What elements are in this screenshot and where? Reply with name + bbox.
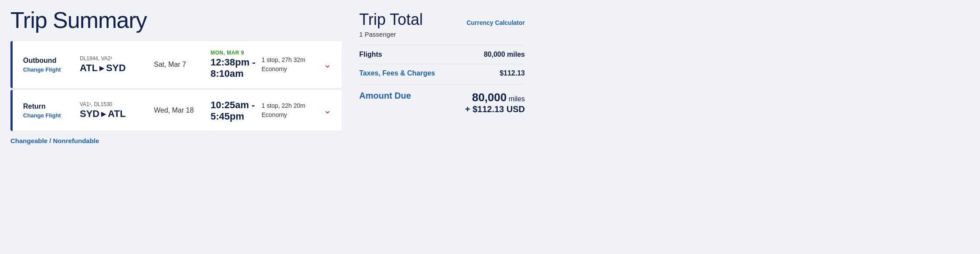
flights-label: Flights <box>359 51 382 58</box>
return-type: Return <box>23 103 80 110</box>
return-change-flight[interactable]: Change Flight <box>23 112 80 119</box>
outbound-flight-info: 1 stop, 27h 32m Economy <box>262 55 318 74</box>
return-time: 10:25am - 5:45pm <box>211 99 262 122</box>
return-route: VA1¹, DL1530 SYD ▶ ATL <box>80 101 154 120</box>
miles-amount: 80,000 miles <box>465 91 525 104</box>
taxes-price-row: Taxes, Fees & Charges $112.13 <box>359 64 525 82</box>
return-arrow: ▶ <box>101 110 106 117</box>
return-flight-card: Return Change Flight VA1¹, DL1530 SYD ▶ … <box>10 90 342 131</box>
outbound-change-flight[interactable]: Change Flight <box>23 66 80 73</box>
trip-total-title: Trip Total <box>359 10 423 29</box>
outbound-airports: ATL ▶ SYD <box>80 62 154 74</box>
right-section: Trip Total Currency Calculator 1 Passeng… <box>359 7 525 144</box>
outbound-route: DL1944, VA2¹ ATL ▶ SYD <box>80 55 154 74</box>
taxes-label: Taxes, Fees & Charges <box>359 69 435 77</box>
return-label: Return Change Flight <box>23 103 80 119</box>
amount-due-value: 80,000 miles + $112.13 USD <box>465 91 525 114</box>
return-flight-code: VA1¹, DL1530 <box>80 101 154 107</box>
usd-amount: + $112.13 USD <box>465 104 525 114</box>
left-section: Trip Summary Outbound Change Flight DL19… <box>10 7 342 144</box>
outbound-cabin: Economy <box>262 65 287 72</box>
outbound-expand-icon[interactable]: ⌄ <box>323 59 331 70</box>
outbound-label: Outbound Change Flight <box>23 57 80 73</box>
flights-price-row: Flights 80,000 miles <box>359 45 525 64</box>
amount-due-row: Amount Due 80,000 miles + $112.13 USD <box>359 91 525 114</box>
return-cabin: Economy <box>262 111 287 118</box>
trip-total-header: Trip Total Currency Calculator <box>359 10 525 29</box>
outbound-stops: 1 stop, 27h 32m <box>262 56 305 63</box>
flights-value: 80,000 miles <box>484 51 525 58</box>
return-from: SYD <box>80 108 99 120</box>
return-flight-info: 1 stop, 22h 20m Economy <box>262 101 318 120</box>
return-date: Wed, Mar 18 <box>154 106 211 114</box>
outbound-flight-card: Outbound Change Flight DL1944, VA2¹ ATL … <box>10 41 342 88</box>
miles-number: 80,000 <box>472 91 507 104</box>
return-expand-icon[interactable]: ⌄ <box>323 105 331 116</box>
outbound-date: Sat, Mar 7 <box>154 61 211 69</box>
page-title: Trip Summary <box>10 7 342 33</box>
amount-due-label: Amount Due <box>359 91 411 101</box>
outbound-time: MON, MAR 9 12:38pm - 8:10am <box>211 50 262 79</box>
currency-calculator-link[interactable]: Currency Calculator <box>466 19 525 26</box>
changeable-note: Changeable / Nonrefundable <box>10 137 342 144</box>
outbound-to: SYD <box>106 62 126 74</box>
outbound-time-range: 12:38pm - 8:10am <box>211 57 255 79</box>
taxes-value: $112.13 <box>500 69 525 77</box>
outbound-highlight-date: MON, MAR 9 <box>211 50 262 56</box>
outbound-from: ATL <box>80 62 98 74</box>
return-to: ATL <box>108 108 126 120</box>
amount-due-section: Amount Due 80,000 miles + $112.13 USD <box>359 84 525 114</box>
outbound-arrow: ▶ <box>99 65 104 72</box>
outbound-type: Outbound <box>23 57 80 65</box>
return-stops: 1 stop, 22h 20m <box>262 102 305 109</box>
outbound-flight-code: DL1944, VA2¹ <box>80 55 154 62</box>
miles-suffix: miles <box>509 95 525 103</box>
return-airports: SYD ▶ ATL <box>80 108 154 120</box>
return-time-range: 10:25am - 5:45pm <box>211 100 255 122</box>
passenger-count: 1 Passenger <box>359 31 525 38</box>
